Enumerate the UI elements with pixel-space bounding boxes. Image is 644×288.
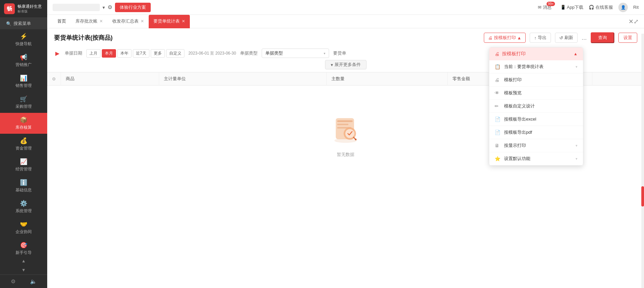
tab-order-stats-close[interactable]: ✕: [182, 19, 185, 24]
date-btn-this-year[interactable]: 本年: [117, 49, 131, 58]
print-template-item[interactable]: 🖨 模板打印: [489, 73, 583, 87]
message-button[interactable]: ✉ 消息 99+: [538, 4, 552, 10]
tab-batch-account[interactable]: 库存批次账 ✕: [71, 15, 108, 28]
sidebar-item-marketing[interactable]: 📢 营销推广: [0, 50, 47, 71]
tab-home[interactable]: 首页: [53, 15, 71, 28]
print-dropdown-header[interactable]: 🖨 按模板打印 ▲: [489, 47, 583, 60]
print-current-icon: 📋: [495, 64, 501, 69]
export-pdf-icon: 📄: [495, 130, 501, 135]
template-design-item[interactable]: ✏ 模板自定义设计: [489, 100, 583, 113]
sidebar-item-enterprise[interactable]: 🤝 企业协同: [0, 217, 47, 238]
trial-button[interactable]: 体验行业方案: [115, 3, 151, 12]
topbar-right: ✉ 消息 99+ 📱 App下载 🎧 在线客服 👤 Rit: [538, 3, 639, 12]
app-download-button[interactable]: 📱 App下载: [560, 4, 583, 10]
scrollbar-thumb[interactable]: [641, 186, 644, 206]
expand-more-button[interactable]: ▾ 展开更多条件: [325, 60, 367, 69]
sidebar-item-label: 基础信息: [16, 187, 32, 193]
set-default-label: 设置默认功能: [504, 156, 530, 162]
sidebar-item-operations[interactable]: 📈 经营管理: [0, 155, 47, 175]
date-buttons: 上月 本月 本年 近7天 更多 自定义: [86, 49, 184, 58]
refresh-button[interactable]: ↺ 刷新: [555, 33, 578, 43]
sidebar-item-label: 资金管理: [16, 146, 32, 151]
display-print-arrow: ▾: [576, 143, 578, 148]
sidebar-item-label: 系统管理: [16, 208, 32, 214]
filter-expand-icon: ▶: [55, 50, 59, 57]
sidebar-item-system[interactable]: ⚙️ 系统管理: [0, 196, 47, 217]
sales-icon: 📊: [20, 74, 27, 82]
set-default-arrow: ▾: [576, 157, 578, 161]
sidebar-bottom: ⚙ 🔈: [0, 275, 47, 288]
sidebar-nav: ⚡ 快捷导航 📢 营销推广 📊 销售管理 🛒 采购管理 📦 库存核算 💰 资金管…: [0, 29, 47, 256]
sidebar-scroll-down[interactable]: ▼: [0, 265, 47, 275]
export-button[interactable]: ↑ 导出: [530, 33, 551, 43]
template-print-icon: 🖨: [495, 77, 501, 83]
sidebar-item-sales[interactable]: 📊 销售管理: [0, 71, 47, 92]
tab-expand-button[interactable]: ⤢: [634, 18, 639, 25]
print-template-button[interactable]: 🖨 按模板打印 ▲: [484, 33, 526, 43]
settings-button[interactable]: 设置: [618, 33, 637, 43]
topbar-dropdown-button[interactable]: ▾: [103, 5, 105, 10]
sidebar-item-guide[interactable]: 🎯 新手引导: [0, 238, 47, 256]
table-header-extra: [592, 72, 644, 86]
sound-icon[interactable]: 🔈: [30, 278, 37, 285]
date-btn-7days[interactable]: 近7天: [133, 49, 149, 58]
logo-icon: 畅: [4, 3, 15, 14]
table-settings-icon[interactable]: ⚙: [52, 76, 56, 82]
topbar-search-input[interactable]: [53, 4, 100, 11]
tab-order-stats[interactable]: 要货单统计表 ✕: [149, 15, 190, 28]
print-current-template[interactable]: 📋 当前：要货单统计表 ▾: [489, 60, 583, 73]
tabs-bar: 首页 库存批次账 ✕ 收发存汇总表 ✕ 要货单统计表 ✕ ✕ ⤢: [47, 15, 644, 28]
order-type-select[interactable]: 单据类型 ▾: [262, 49, 329, 58]
tab-order-stats-label: 要货单统计表: [153, 18, 180, 24]
more-button[interactable]: ...: [582, 34, 587, 41]
sidebar-search[interactable]: 🔍 搜索菜单: [0, 18, 47, 29]
sidebar-scroll-up[interactable]: ▲: [0, 256, 47, 265]
right-scrollbar[interactable]: [641, 34, 644, 288]
export-pdf-item[interactable]: 📄 按模板导出pdf: [489, 126, 583, 139]
tab-batch-account-label: 库存批次账: [76, 18, 97, 24]
template-print-label: 模板打印: [504, 77, 522, 83]
tab-home-label: 首页: [57, 18, 66, 24]
print-dropdown: 🖨 按模板打印 ▲ 📋 当前：要货单统计表 ▾ 🖨 模板打印 👁 模板预览 ✏ …: [489, 47, 583, 166]
print-header-icon: 🖨: [495, 51, 499, 57]
date-btn-custom[interactable]: 自定义: [166, 49, 184, 58]
table-header-goods: 商品: [61, 72, 159, 86]
tab-close-all-button[interactable]: ✕: [628, 18, 634, 25]
date-btn-this-month[interactable]: 本月: [102, 49, 116, 58]
filter-toggle-button[interactable]: ▶: [54, 49, 61, 58]
order-type-label: 单据类型: [240, 50, 258, 56]
tab-receivable-summary[interactable]: 收发存汇总表 ✕: [108, 15, 149, 28]
query-button[interactable]: 查询: [591, 32, 614, 43]
sidebar-item-inventory[interactable]: 📦 库存核算: [0, 113, 47, 134]
tab-receivable-summary-close[interactable]: ✕: [141, 19, 144, 24]
date-range-text: 2023-06-01 至 2023-06-30: [188, 51, 236, 56]
page-header: 要货单统计表(按商品) 🖨 按模板打印 ▲ ↑ 导出 ↺ 刷新 ... 查询 设…: [47, 28, 644, 46]
user-name: Rit: [633, 5, 639, 10]
sidebar-item-purchase[interactable]: 🛒 采购管理: [0, 92, 47, 113]
date-btn-last-month[interactable]: 上月: [86, 49, 100, 58]
topbar-gear-button[interactable]: ⚙: [108, 4, 112, 10]
set-default-icon: ⭐: [495, 156, 501, 161]
settings-bottom-icon[interactable]: ⚙: [11, 278, 16, 285]
print-preview-item[interactable]: 👁 模板预览: [489, 87, 583, 100]
template-design-icon: ✏: [495, 103, 501, 109]
export-icon: ↑: [534, 35, 536, 40]
display-print-item[interactable]: 🖥 按显示打印 ▾: [489, 139, 583, 152]
sidebar-item-basic-info[interactable]: ℹ️ 基础信息: [0, 175, 47, 196]
empty-illustration: [329, 113, 362, 146]
svg-point-6: [345, 129, 354, 138]
date-btn-more[interactable]: 更多: [151, 49, 165, 58]
app-version: 标准版: [18, 9, 42, 14]
user-avatar[interactable]: 👤: [618, 3, 628, 12]
template-preview-label: 模板预览: [504, 90, 522, 96]
sidebar-item-quick-nav[interactable]: ⚡ 快捷导航: [0, 29, 47, 50]
display-print-label: 按显示打印: [504, 142, 526, 149]
tab-batch-account-close[interactable]: ✕: [99, 19, 103, 24]
set-default-item[interactable]: ⭐ 设置默认功能 ▾: [489, 152, 583, 165]
sidebar-item-label: 采购管理: [16, 104, 32, 109]
export-excel-item[interactable]: 📄 按模板导出excel: [489, 113, 583, 126]
online-service-button[interactable]: 🎧 在线客服: [589, 4, 613, 10]
table-header-settings[interactable]: ⚙: [47, 72, 61, 86]
sidebar-item-finance[interactable]: 💰 资金管理: [0, 134, 47, 155]
headset-icon: 🎧: [589, 5, 594, 10]
